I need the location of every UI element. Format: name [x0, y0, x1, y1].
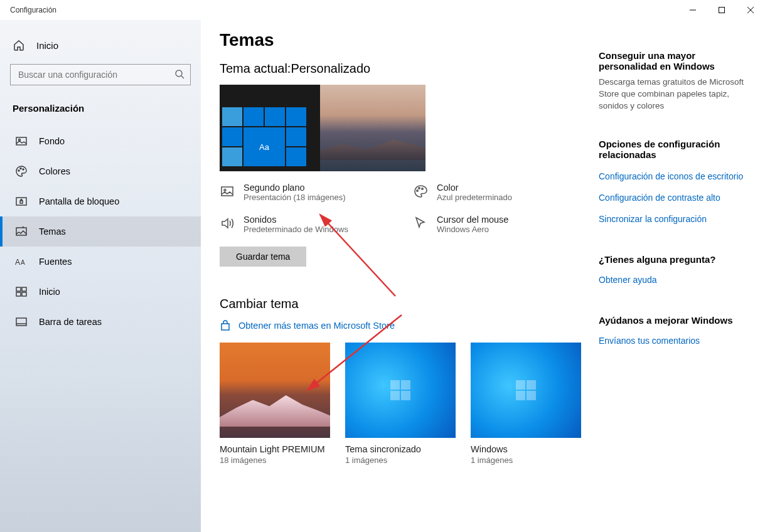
svg-point-26: [422, 188, 423, 189]
prop-value: Azul predeterminado: [437, 193, 512, 202]
sidebar-item-label: Colores: [39, 166, 70, 176]
svg-point-25: [419, 188, 420, 189]
svg-rect-13: [16, 228, 26, 235]
prop-value: Presentación (18 imágenes): [243, 193, 346, 202]
sidebar-item-label: Fondo: [39, 136, 65, 146]
theme-thumbnail: [345, 343, 456, 438]
sidebar-item-label: Inicio: [39, 287, 60, 297]
theme-card-mountain[interactable]: Mountain Light PREMIUM 18 imágenes: [220, 343, 330, 465]
maximize-button[interactable]: [707, 0, 736, 20]
theme-title: Tema sincronizado: [345, 444, 456, 454]
personality-heading: Conseguir una mayor personalidad en Wind…: [599, 50, 746, 72]
sidebar-item-label: Barra de tareas: [39, 317, 102, 327]
svg-rect-20: [16, 318, 26, 326]
save-theme-button[interactable]: Guardar tema: [220, 247, 306, 267]
theme-card-windows[interactable]: Windows 1 imágenes: [471, 343, 581, 465]
link-icon-config[interactable]: Configuración de iconos de escritorio: [599, 171, 746, 181]
window-controls: [678, 0, 765, 20]
lock-screen-icon: [15, 195, 28, 208]
related-heading: Opciones de configuración relacionadas: [599, 139, 746, 160]
prop-title: Segundo plano: [243, 183, 346, 193]
start-icon: [15, 285, 28, 298]
prop-value: Predeterminado de Windows: [243, 225, 348, 234]
svg-rect-19: [22, 292, 26, 296]
svg-point-7: [19, 139, 21, 141]
search-input[interactable]: [10, 64, 191, 85]
sidebar-item-pantalla-bloqueo[interactable]: Pantalla de bloqueo: [0, 186, 201, 216]
theme-preview[interactable]: Aa: [220, 85, 425, 171]
sound-icon: [220, 216, 235, 231]
svg-rect-6: [16, 137, 26, 145]
page-title: Temas: [220, 30, 581, 50]
link-contrast-config[interactable]: Configuración de contraste alto: [599, 193, 746, 203]
prop-title: Sonidos: [243, 215, 348, 225]
sidebar-item-label: Pantalla de bloqueo: [39, 196, 119, 206]
help-link[interactable]: Obtener ayuda: [599, 275, 746, 285]
sidebar-item-temas[interactable]: Temas: [0, 216, 201, 247]
prop-title: Cursor del mouse: [437, 215, 508, 225]
themes-icon: [15, 225, 28, 238]
theme-thumbnail: [471, 343, 581, 438]
svg-rect-17: [22, 287, 26, 291]
svg-rect-12: [20, 201, 23, 203]
close-button[interactable]: [736, 0, 765, 20]
sidebar-item-colores[interactable]: Colores: [0, 156, 201, 186]
sidebar-item-barra-tareas[interactable]: Barra de tareas: [0, 307, 201, 337]
svg-rect-18: [16, 292, 21, 296]
current-theme-heading: Tema actual:Personalizado: [220, 61, 581, 76]
theme-title: Windows: [471, 444, 581, 454]
section-header: Personalización: [0, 93, 201, 126]
home-button[interactable]: Inicio: [0, 33, 201, 58]
svg-point-24: [417, 190, 418, 191]
change-theme-heading: Cambiar tema: [220, 297, 581, 311]
preview-tile-text: Aa: [243, 127, 285, 166]
prop-value: Windows Aero: [437, 225, 508, 234]
feedback-link[interactable]: Envíanos tus comentarios: [599, 336, 746, 346]
fonts-icon: AA: [15, 255, 28, 268]
svg-point-23: [224, 189, 226, 191]
personality-description: Descarga temas gratuitos de Microsoft St…: [599, 77, 746, 112]
theme-subtitle: 1 imágenes: [471, 455, 581, 465]
theme-thumbnail: [220, 343, 330, 438]
svg-rect-1: [719, 8, 725, 13]
home-label: Inicio: [36, 40, 58, 51]
prop-background[interactable]: Segundo plano Presentación (18 imágenes): [220, 183, 388, 202]
picture-icon: [15, 135, 28, 147]
titlebar: Configuración: [0, 0, 765, 20]
svg-rect-16: [16, 287, 21, 291]
prop-sounds[interactable]: Sonidos Predeterminado de Windows: [220, 215, 388, 234]
prop-cursor[interactable]: Cursor del mouse Windows Aero: [413, 215, 581, 234]
cursor-icon: [413, 216, 428, 231]
sidebar-item-label: Fuentes: [39, 257, 72, 267]
prop-title: Color: [437, 183, 512, 193]
svg-point-8: [18, 170, 19, 171]
home-icon: [13, 39, 25, 51]
sidebar-item-fuentes[interactable]: AA Fuentes: [0, 247, 201, 277]
svg-rect-11: [16, 198, 26, 205]
theme-title: Mountain Light PREMIUM: [220, 444, 330, 454]
svg-text:A: A: [21, 259, 25, 266]
minimize-button[interactable]: [678, 0, 707, 20]
store-link-label: Obtener más temas en Microsoft Store: [238, 321, 395, 331]
prop-color[interactable]: Color Azul predeterminado: [413, 183, 581, 202]
question-heading: ¿Tienes alguna pregunta?: [599, 254, 746, 265]
sidebar: Inicio Personalización Fondo Colores Pan…: [0, 20, 201, 532]
picture-icon: [220, 184, 235, 199]
window-title: Configuración: [10, 6, 56, 14]
theme-subtitle: 18 imágenes: [220, 455, 330, 465]
link-sync-config[interactable]: Sincronizar la configuración: [599, 214, 746, 224]
svg-point-9: [20, 168, 21, 169]
theme-subtitle: 1 imágenes: [345, 455, 456, 465]
sidebar-item-fondo[interactable]: Fondo: [0, 126, 201, 156]
theme-card-sync[interactable]: Tema sincronizado 1 imágenes: [345, 343, 456, 465]
store-icon: [220, 320, 231, 331]
sidebar-item-inicio[interactable]: Inicio: [0, 277, 201, 307]
store-link[interactable]: Obtener más temas en Microsoft Store: [220, 320, 581, 331]
improve-heading: Ayúdanos a mejorar Windows: [599, 315, 746, 326]
taskbar-icon: [15, 316, 28, 328]
svg-point-10: [23, 169, 24, 170]
palette-icon: [413, 184, 428, 199]
palette-icon: [15, 165, 28, 178]
svg-text:A: A: [15, 258, 20, 267]
sidebar-item-label: Temas: [39, 226, 66, 237]
